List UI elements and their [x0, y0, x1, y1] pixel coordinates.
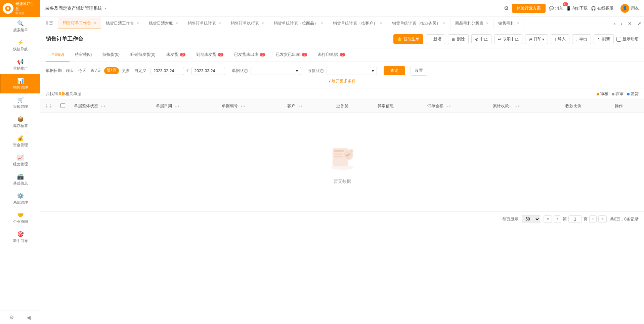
page-size-select[interactable]: 50 100 200 — [522, 215, 540, 223]
refresh-button[interactable]: ↻ 刷新 — [594, 34, 614, 44]
tab-cash-daily[interactable]: 钱货日清工作台 ✕ — [101, 18, 144, 29]
system-dropdown-arrow[interactable]: ▾ — [105, 6, 106, 10]
tab-next-btn[interactable]: › — [618, 19, 625, 28]
tab-prev-btn[interactable]: ‹ — [611, 19, 618, 28]
page-input[interactable] — [568, 215, 582, 223]
date-more[interactable]: 更多 — [121, 67, 131, 74]
tab-expand-btn[interactable]: ⤢ — [635, 19, 644, 28]
payment-arrow: ▾ — [372, 69, 374, 73]
select-all-checkbox[interactable] — [60, 103, 65, 108]
sort-customer-icon[interactable]: ▲▼ — [298, 105, 303, 108]
filter-tab-pending-review[interactable]: 待审核(0) — [70, 48, 97, 62]
filter-tab-shipped-out[interactable]: 已发货已出库 0 — [270, 48, 312, 62]
date-7days[interactable]: 近7天 — [89, 67, 102, 74]
tab-sales-by-customer[interactable]: 销货单统计表（按客户） ✕ — [328, 18, 387, 29]
tab-gross-profit[interactable]: 商品毛利分析表 ✕ — [450, 18, 493, 29]
collapse-button[interactable]: ◀ — [27, 314, 31, 321]
filter-tab-pending-check[interactable]: 待拣货(0) — [97, 48, 125, 62]
expand-conditions-button[interactable]: ▾ 展开更多条件 — [329, 78, 356, 84]
add-button[interactable]: + 新增 — [426, 34, 445, 44]
tab-close-icon[interactable]: ✕ — [320, 22, 323, 25]
sidebar-item-basic[interactable]: 🗃️ 基础信息 — [0, 170, 40, 189]
delete-button[interactable]: 🗑 删除 — [448, 34, 469, 44]
settings-button[interactable]: ⚙ — [9, 314, 14, 321]
filter-tab-shipped-not-out[interactable]: 已发货未出库 0 — [229, 48, 271, 62]
sidebar-item-finance[interactable]: 💰 资金管理 — [0, 132, 40, 151]
sidebar-item-inventory[interactable]: 📦 库存核算 — [0, 113, 40, 132]
sidebar-item-marketing[interactable]: 📢 营销推广 — [0, 55, 40, 74]
tab-close-all-btn[interactable]: ✕ — [625, 19, 635, 28]
sidebar-item-purchase[interactable]: 🛒 采购管理 — [0, 93, 40, 113]
import-icon: ↑ — [554, 37, 556, 42]
print-dropdown-arrow[interactable]: ▾ — [542, 37, 544, 42]
gear-button[interactable]: ⚙ — [504, 5, 509, 11]
online-service-button[interactable]: 🎧 在线客服 — [591, 5, 613, 11]
sidebar-item-search[interactable]: 🔍 搜索菜单 — [0, 17, 40, 36]
sidebar-item-sales[interactable]: 📊 销售管理 — [0, 74, 40, 93]
tab-close-icon[interactable]: ✕ — [517, 22, 519, 25]
filter-tab-not-printed[interactable]: 未打印单据 0 — [312, 48, 350, 62]
filter-tab-overdue[interactable]: 到期未发货 0 — [191, 48, 229, 62]
tab-close-icon[interactable]: ✕ — [261, 22, 264, 25]
app-download-button[interactable]: 📱 App下载 — [566, 5, 588, 11]
show-detail-checkbox[interactable] — [616, 37, 621, 42]
sort-status-icon[interactable]: ▲▼ — [100, 105, 106, 108]
tab-cash-reconcile-label: 钱货日清对账 — [149, 21, 173, 26]
print-button[interactable]: 🖨 打印 ▾ — [525, 34, 548, 44]
filter-tab-not-shipped[interactable]: 未发货 0 — [161, 48, 191, 62]
filter-tab-all[interactable]: 全部(0) — [46, 48, 70, 62]
tab-close-icon[interactable]: ✕ — [218, 22, 221, 25]
date-custom[interactable]: 自定义 — [133, 67, 148, 74]
smart-create-button[interactable]: ⭐ 智能生单 — [393, 34, 423, 44]
sort-amount-icon[interactable]: ▲▼ — [446, 105, 451, 108]
industry-btn[interactable]: 体验行业方案 — [512, 4, 546, 13]
sort-date-icon[interactable]: ▲▼ — [175, 105, 180, 108]
sidebar-item-system[interactable]: ⚙️ 系统管理 — [0, 189, 40, 208]
date-from-input[interactable] — [151, 67, 184, 75]
sort-number-icon[interactable]: ▲▼ — [240, 105, 246, 108]
tab-close-icon[interactable]: ✕ — [175, 22, 178, 25]
tab-sales-stats[interactable]: 销售订单统计表 ✕ — [183, 18, 226, 29]
tab-sales-by-product[interactable]: 销货单统计表（按商品） ✕ — [269, 18, 328, 29]
review-action[interactable]: 审核 — [597, 91, 608, 97]
tab-cash-reconcile[interactable]: 钱货日清对账 ✕ — [144, 18, 183, 29]
date-today[interactable]: 今天 — [77, 67, 88, 74]
date-yesterday[interactable]: 昨天 — [65, 67, 75, 74]
filter-pending-review-label: 待审核(0) — [75, 52, 92, 57]
export-button[interactable]: ↓ 导出 — [572, 34, 591, 44]
tab-home[interactable]: 首页 — [40, 18, 58, 29]
settings-button[interactable]: 设置 — [411, 66, 427, 76]
tab-sales-workbench[interactable]: 销售订单工作台 ✕ — [58, 17, 101, 29]
message-button[interactable]: 💬 消息 6 — [549, 6, 563, 11]
sidebar-item-operations[interactable]: 📈 经营管理 — [0, 151, 40, 170]
query-button[interactable]: 查询 — [384, 66, 405, 75]
tab-sales-by-staff[interactable]: 销货单统计表（按业务员） ✕ — [387, 18, 450, 29]
system-icon: ⚙️ — [17, 193, 24, 199]
filter-tab-wangpu[interactable]: 旺铺待发货(0) — [125, 48, 161, 62]
user-menu[interactable]: 👤 用友 — [620, 4, 639, 13]
sort-collected-icon[interactable]: ▲▼ — [515, 105, 520, 108]
date-1month[interactable]: 近1月 — [104, 67, 119, 74]
anti-review-action[interactable]: 弃审 — [612, 91, 624, 97]
import-button[interactable]: ↑ 导入 — [551, 34, 569, 44]
tab-sales-margin[interactable]: 销售毛利 ✕ — [493, 18, 524, 29]
sidebar-item-quick-nav[interactable]: ⚡ 快捷导航 — [0, 36, 40, 55]
prev-page-btn[interactable]: ‹ — [554, 215, 561, 223]
tab-sales-exec[interactable]: 销售订单执行表 ✕ — [226, 18, 269, 29]
sidebar-item-newbie[interactable]: 🎯 新手引导 — [0, 228, 40, 247]
suspend-button[interactable]: ⊘ 中止 — [471, 34, 491, 44]
date-to-input[interactable] — [191, 67, 225, 75]
first-page-btn[interactable]: « — [544, 215, 552, 223]
tab-close-icon[interactable]: ✕ — [136, 22, 139, 25]
tab-close-icon[interactable]: ✕ — [486, 22, 488, 25]
last-page-btn[interactable]: » — [598, 215, 607, 223]
next-page-btn[interactable]: › — [589, 215, 597, 223]
tab-close-icon[interactable]: ✕ — [93, 21, 96, 25]
status-select[interactable]: ▾ — [251, 67, 301, 75]
tab-close-icon[interactable]: ✕ — [443, 22, 445, 25]
payment-select[interactable]: ▾ — [327, 67, 377, 75]
tab-close-icon[interactable]: ✕ — [380, 22, 382, 25]
sidebar-item-enterprise[interactable]: 🤝 企业协同 — [0, 208, 40, 228]
ship-action[interactable]: 发货 — [627, 91, 639, 97]
cancel-suspend-button[interactable]: ↩ 取消中止 — [494, 34, 522, 44]
